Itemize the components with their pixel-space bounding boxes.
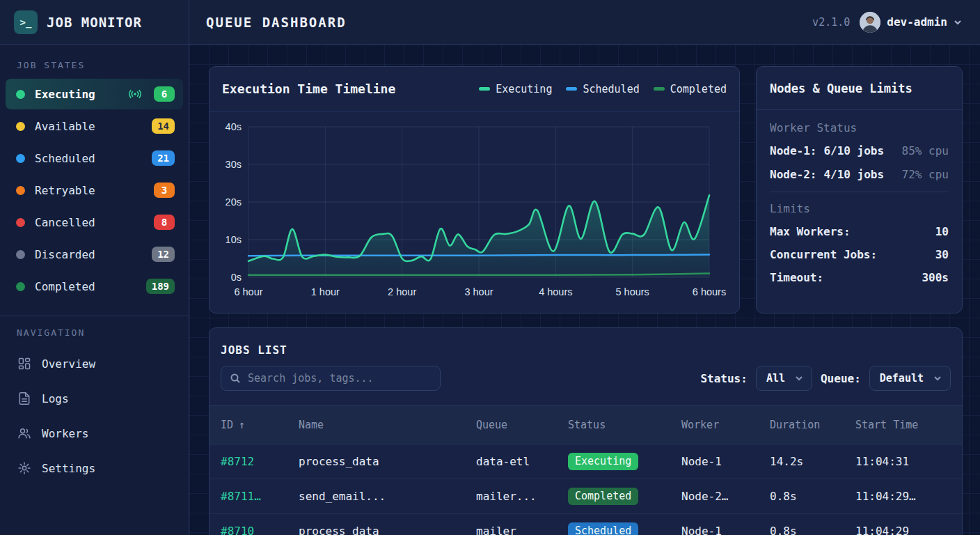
sidebar: JOB STATES Executing 6 Available 14 Sche…	[0, 45, 189, 535]
status-badge: Completed	[568, 488, 638, 505]
search-icon	[230, 373, 241, 384]
table-row[interactable]: #8710 process_data mailer Scheduled Node…	[210, 514, 962, 535]
limit-label: Concurrent Jobs:	[770, 248, 877, 261]
state-dot-icon	[16, 186, 25, 195]
search-box	[221, 366, 441, 391]
app-title: JOB MONITOR	[47, 15, 142, 30]
column-header-queue[interactable]: Queue	[476, 419, 568, 431]
queue-filter-label: Queue:	[821, 372, 861, 385]
job-name-cell: process_data	[299, 525, 476, 535]
sidebar-item-executing[interactable]: Executing 6	[6, 79, 183, 109]
job-id-link[interactable]: #8711…	[221, 490, 299, 503]
job-start-cell: 11:04:29	[855, 525, 962, 535]
limit-value: 10	[935, 225, 949, 238]
state-count-badge: 189	[146, 279, 175, 294]
column-header-label: Name	[299, 419, 324, 431]
column-header-worker[interactable]: Worker	[681, 419, 770, 431]
limit-row: Concurrent Jobs: 30	[770, 248, 949, 261]
job-name-cell: process_data	[299, 455, 476, 468]
node-status-row: Node-1: 6/10 jobs 85% cpu	[770, 144, 949, 157]
job-duration-cell: 14.2s	[770, 455, 855, 468]
job-queue-cell: mailer	[476, 525, 568, 535]
column-header-name[interactable]: Name	[299, 419, 476, 431]
nav-label: Workers	[42, 427, 88, 440]
state-label: Available	[35, 120, 142, 133]
node-name: Node-1:	[770, 144, 816, 157]
queue-filter-select[interactable]: Default	[869, 366, 951, 391]
job-start-cell: 11:04:31	[855, 455, 962, 468]
legend-item-completed[interactable]: Completed	[654, 83, 727, 95]
column-header-start-time[interactable]: Start Time	[855, 419, 962, 431]
svg-text:4 hours: 4 hours	[539, 286, 572, 297]
column-header-status[interactable]: Status	[568, 419, 681, 431]
nodes-limits-card: Nodes & Queue Limits Worker Status Node-…	[756, 66, 963, 313]
table-row[interactable]: #8712 process_data data-etl Executing No…	[210, 444, 962, 479]
limit-row: Max Workers: 10	[770, 225, 949, 238]
job-name-cell: send_email...	[299, 490, 476, 503]
sidebar-item-logs[interactable]: Logs	[0, 381, 189, 416]
svg-text:30s: 30s	[226, 159, 242, 170]
nodes-card-title: Nodes & Queue Limits	[757, 67, 962, 110]
sidebar-item-overview[interactable]: Overview	[0, 346, 189, 381]
limit-row: Timeout: 300s	[770, 271, 949, 284]
table-row[interactable]: #8711… send_email... mailer... Completed…	[210, 479, 962, 514]
job-queue-cell: data-etl	[476, 455, 568, 468]
sidebar-item-retryable[interactable]: Retryable 3	[6, 175, 183, 206]
state-dot-icon	[16, 154, 25, 163]
page-title: QUEUE DASHBOARD	[206, 15, 347, 30]
legend-item-executing[interactable]: Executing	[479, 83, 552, 95]
sidebar-item-discarded[interactable]: Discarded 12	[6, 239, 183, 270]
chevron-down-icon	[795, 374, 803, 382]
sidebar-item-scheduled[interactable]: Scheduled 21	[6, 143, 183, 173]
column-header-label: Start Time	[855, 419, 918, 431]
sidebar-item-completed[interactable]: Completed 189	[6, 271, 183, 302]
svg-text:6 hour: 6 hour	[234, 286, 262, 297]
legend-dash-icon	[654, 87, 665, 91]
workers-icon	[17, 426, 31, 440]
sidebar-item-available[interactable]: Available 14	[6, 111, 183, 141]
sort-asc-icon: ↑	[239, 419, 245, 431]
svg-text:10s: 10s	[226, 234, 242, 245]
status-filter-value: All	[766, 372, 785, 385]
svg-text:0s: 0s	[231, 272, 242, 283]
queue-filter-value: Default	[880, 372, 924, 385]
state-label: Cancelled	[35, 216, 144, 229]
sidebar-item-settings[interactable]: Settings	[0, 451, 189, 486]
limit-value: 30	[935, 248, 949, 261]
avatar	[860, 12, 880, 33]
job-id-link[interactable]: #8712	[221, 455, 299, 468]
chart-title: Execution Time Timeline	[222, 82, 395, 96]
column-header-id[interactable]: ID↑	[221, 419, 299, 431]
job-states-list: Executing 6 Available 14 Scheduled 21 Re…	[0, 79, 189, 302]
job-id-link[interactable]: #8710	[221, 525, 299, 535]
state-count-badge: 8	[154, 215, 175, 230]
nav-label: Logs	[42, 392, 69, 405]
state-label: Discarded	[35, 248, 142, 261]
column-header-duration[interactable]: Duration	[770, 419, 855, 431]
status-filter-select[interactable]: All	[756, 366, 812, 391]
search-input[interactable]	[248, 372, 432, 385]
job-status-cell: Scheduled	[568, 522, 681, 535]
job-duration-cell: 0.8s	[770, 490, 855, 503]
chevron-down-icon	[954, 18, 962, 26]
sidebar-item-workers[interactable]: Workers	[0, 416, 189, 451]
user-menu[interactable]: dev-admin	[860, 12, 962, 33]
state-count-badge: 12	[152, 247, 175, 262]
node-cpu: 85% cpu	[902, 144, 949, 157]
jobs-list-card: JOBS LIST Status: All Queue: Default ID↑…	[209, 327, 963, 535]
sidebar-item-cancelled[interactable]: Cancelled 8	[6, 207, 183, 238]
settings-icon	[17, 461, 31, 475]
state-label: Retryable	[35, 184, 144, 197]
user-name: dev-admin	[887, 15, 947, 29]
jobs-table-header: ID↑NameQueueStatusWorkerDurationStart Ti…	[210, 405, 962, 444]
job-duration-cell: 0.8s	[770, 525, 855, 535]
svg-text:3 hour: 3 hour	[464, 286, 493, 297]
state-label: Executing	[35, 88, 118, 101]
state-dot-icon	[16, 90, 25, 99]
version-label: v2.1.0	[812, 16, 850, 29]
navigation-heading: NAVIGATION	[17, 327, 189, 338]
timeline-chart: 0s10s20s30s40s6 hour1 hour2 hour3 hour4 …	[210, 111, 739, 313]
node-cpu: 72% cpu	[902, 168, 949, 181]
state-count-badge: 6	[154, 86, 175, 102]
legend-item-scheduled[interactable]: Scheduled	[566, 83, 639, 95]
